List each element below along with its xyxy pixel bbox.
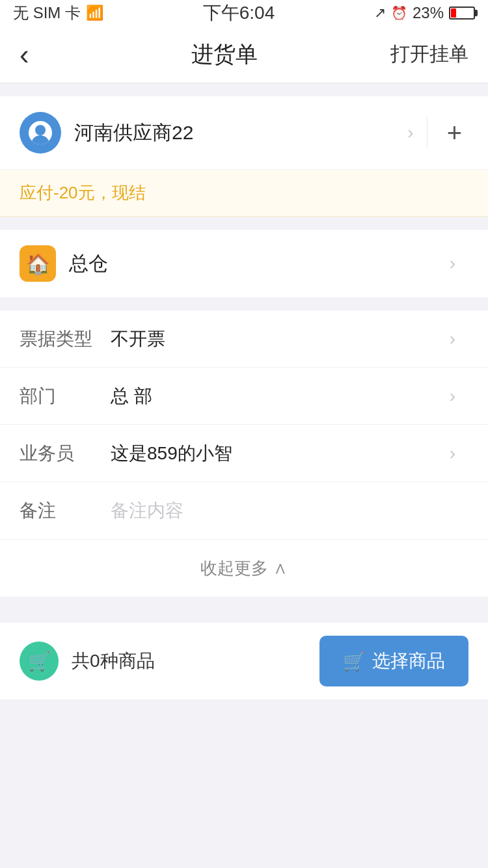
status-left: 无 SIM 卡 📶 — [13, 3, 103, 23]
section-gap-3 — [0, 597, 488, 610]
product-icon-symbol: 🛒 — [28, 651, 51, 672]
select-product-icon: 🛒 — [343, 651, 366, 672]
bottom-area — [0, 699, 488, 868]
supplier-chevron-icon: › — [407, 122, 413, 143]
status-right: ↗ ⏰ 23% — [374, 4, 475, 22]
salesman-chevron-icon: › — [450, 443, 455, 464]
salesman-label: 业务员 — [20, 441, 98, 466]
invoice-chevron-icon: › — [450, 329, 455, 349]
time-label: 下午6:04 — [203, 1, 275, 25]
warehouse-name: 总仓 — [69, 251, 450, 277]
invoice-type-row[interactable]: 票据类型 不开票 › — [0, 310, 488, 368]
supplier-section: 河南供应商22 › + 应付-20元，现结 — [0, 96, 488, 217]
open-pending-button[interactable]: 打开挂单 — [390, 41, 468, 68]
carrier-label: 无 SIM 卡 — [13, 3, 81, 23]
warehouse-chevron-icon: › — [450, 253, 455, 274]
section-gap-1 — [0, 83, 488, 96]
warehouse-icon: 🏠 — [20, 245, 56, 282]
avatar-person-icon — [29, 121, 52, 144]
notice-bar: 应付-20元，现结 — [0, 170, 488, 217]
add-supplier-button[interactable]: + — [441, 118, 468, 148]
supplier-row[interactable]: 河南供应商22 › + — [0, 96, 488, 170]
warehouse-icon-symbol: 🏠 — [26, 252, 50, 275]
nav-bar: ‹ 进货单 打开挂单 — [0, 26, 488, 83]
salesman-row[interactable]: 业务员 这是859的小智 › — [0, 425, 488, 482]
location-icon: ↗ — [374, 5, 386, 21]
alarm-icon: ⏰ — [391, 5, 407, 21]
divider — [427, 117, 427, 148]
product-bar: 🛒 共0种商品 🛒 选择商品 — [0, 623, 488, 699]
form-section: 票据类型 不开票 › 部门 总 部 › 业务员 这是859的小智 › 备注 备注… — [0, 310, 488, 539]
remark-input[interactable]: 备注内容 — [98, 498, 468, 523]
battery-label: 23% — [413, 4, 444, 22]
department-value: 总 部 — [98, 384, 450, 409]
department-chevron-icon: › — [450, 386, 455, 407]
warehouse-row[interactable]: 🏠 总仓 › — [0, 230, 488, 297]
supplier-avatar — [20, 112, 61, 154]
status-bar: 无 SIM 卡 📶 下午6:04 ↗ ⏰ 23% — [0, 0, 488, 26]
salesman-value: 这是859的小智 — [98, 441, 450, 466]
remark-row[interactable]: 备注 备注内容 — [0, 482, 488, 539]
wifi-icon: 📶 — [86, 5, 103, 21]
remark-label: 备注 — [20, 498, 98, 523]
invoice-label: 票据类型 — [20, 327, 98, 351]
notice-text: 应付-20元，现结 — [20, 183, 146, 202]
department-row[interactable]: 部门 总 部 › — [0, 368, 488, 425]
back-button[interactable]: ‹ — [20, 38, 59, 71]
collapse-button[interactable]: 收起更多 ∧ — [0, 539, 488, 597]
select-product-button[interactable]: 🛒 选择商品 — [319, 636, 468, 686]
select-product-label: 选择商品 — [372, 649, 445, 673]
product-icon: 🛒 — [20, 642, 59, 681]
page-title: 进货单 — [191, 40, 258, 70]
section-gap-2 — [0, 217, 488, 230]
warehouse-section: 🏠 总仓 › — [0, 230, 488, 297]
invoice-value: 不开票 — [98, 327, 450, 351]
battery-icon — [449, 7, 475, 20]
department-label: 部门 — [20, 384, 98, 409]
product-count: 共0种商品 — [72, 649, 319, 673]
supplier-name: 河南供应商22 — [74, 120, 407, 146]
